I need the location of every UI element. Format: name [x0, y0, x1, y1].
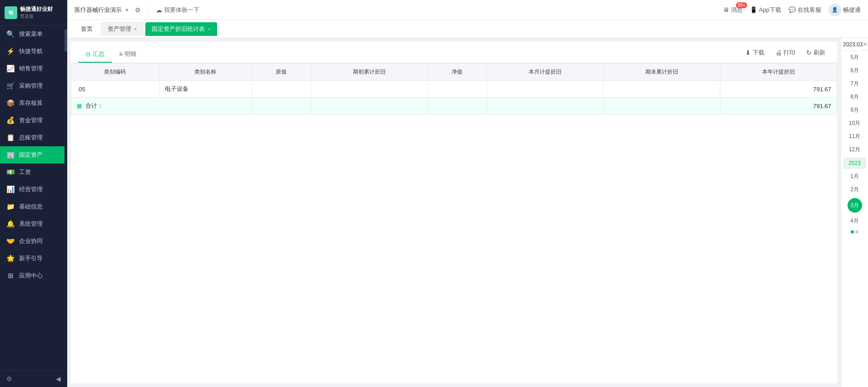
- sidebar-item-apps[interactable]: ⊞ 应用中心: [0, 267, 64, 284]
- sidebar-item-quicknav[interactable]: ⚡ 快捷导航: [0, 43, 64, 60]
- download-button[interactable]: ⬇ 下载: [741, 46, 769, 59]
- app-download-icon: 📱: [750, 6, 757, 13]
- date-item-jan[interactable]: 1月: [841, 170, 868, 183]
- settings-icon[interactable]: ⚙: [6, 375, 12, 382]
- user-button[interactable]: 👤 畅捷通: [828, 4, 861, 16]
- sidebar-item-fixed[interactable]: 🏢 固定资产: [0, 146, 64, 164]
- sidebar-item-inventory[interactable]: 📦 库存核算: [0, 94, 64, 112]
- cell-year-dep: 791.67: [720, 81, 837, 98]
- online-service-button[interactable]: 💬 在线客服: [789, 6, 821, 14]
- col-end-accum: 期末累计折旧: [603, 64, 720, 81]
- message-button[interactable]: 🖥 消息 99+: [723, 6, 743, 14]
- sidebar-logo-text: 畅捷通好业财 普及版: [20, 5, 53, 20]
- sidebar-item-sales-label: 销售管理: [19, 64, 43, 73]
- tab-home-label: 首页: [81, 25, 93, 33]
- date-item-nov[interactable]: 11月: [841, 130, 868, 143]
- date-item-feb[interactable]: 2月: [841, 183, 868, 196]
- tab-asset-mgmt-close[interactable]: ×: [134, 26, 137, 32]
- cell-total-net: [427, 98, 486, 114]
- sub-tab-detail[interactable]: ≡ 明细: [112, 46, 144, 63]
- content-area: ⊙ 汇总 ≡ 明细 ⬇ 下载 🖨 打印: [67, 38, 868, 387]
- tab-fixed-depreciation-close[interactable]: ×: [208, 26, 210, 32]
- date-item-apr[interactable]: 4月: [841, 214, 868, 228]
- date-item-oct[interactable]: 10月: [841, 117, 868, 130]
- sidebar-scrollbar-thumb[interactable]: [64, 29, 67, 52]
- sidebar-item-payroll-label: 工资: [19, 168, 31, 176]
- date-dots: [841, 228, 868, 236]
- apps-icon: ⊞: [6, 272, 15, 280]
- table-total-row: ▦ 合计： 791.67: [71, 98, 837, 114]
- tab-asset-mgmt[interactable]: 资产管理 ×: [101, 22, 144, 36]
- sidebar-logo: 畅 畅捷通好业财 普及版: [5, 5, 63, 20]
- date-year-2023[interactable]: 2023: [843, 157, 866, 169]
- total-label-text: 合计：: [85, 102, 103, 109]
- refresh-button[interactable]: ↻ 刷新: [802, 46, 830, 59]
- purchase-icon: 🛒: [6, 82, 15, 90]
- sidebar-item-ledger[interactable]: 📋 总账管理: [0, 129, 64, 146]
- col-net-value: 净值: [427, 64, 486, 81]
- message-icon: 🖥: [723, 6, 729, 13]
- sidebar-item-guide[interactable]: 🌟 新手引导: [0, 250, 64, 267]
- date-item-mar-selected[interactable]: 3月: [848, 198, 862, 213]
- cell-total-period-accum: [311, 98, 427, 114]
- date-panel-close-icon[interactable]: ✕: [863, 41, 868, 48]
- basic-icon: 📁: [6, 203, 15, 211]
- tab-fixed-depreciation-label: 固定资产折旧统计表: [152, 25, 205, 33]
- date-item-jun[interactable]: 6月: [841, 64, 868, 77]
- tab-home[interactable]: 首页: [74, 22, 99, 36]
- sidebar-item-collab-label: 企业协同: [19, 237, 43, 245]
- app-download-button[interactable]: 📱 App下载: [750, 6, 781, 14]
- date-item-may[interactable]: 5月: [841, 51, 868, 64]
- sidebar-item-operation[interactable]: 📊 经营管理: [0, 181, 64, 198]
- topbar: 医疗器械行业演示 ▼ ⚙ ☁ 我要体验一下 🖥 消息 99+ 📱 App下载 💬…: [67, 0, 868, 20]
- sidebar-item-basic[interactable]: 📁 基础信息: [0, 198, 64, 215]
- tab-fixed-depreciation[interactable]: 固定资产折旧统计表 ×: [145, 22, 217, 36]
- collapse-icon[interactable]: ◀: [56, 375, 61, 382]
- payroll-icon: 💵: [6, 168, 15, 176]
- experience-button[interactable]: ☁ 我要体验一下: [156, 6, 199, 14]
- sidebar-item-finance[interactable]: 💰 资金管理: [0, 112, 64, 129]
- sidebar-item-purchase-label: 采购管理: [19, 82, 43, 90]
- sidebar-item-inventory-label: 库存核算: [19, 99, 43, 107]
- date-panel: 2023.03 ✕ ⤢ 5月 6月 7月 8月 9月 10月 11月 12月 2…: [841, 38, 868, 387]
- date-item-jul[interactable]: 7月: [841, 77, 868, 90]
- sales-icon: 📈: [6, 64, 15, 73]
- cell-total-end-accum: [603, 98, 720, 114]
- cell-name: 电子设备: [159, 81, 252, 98]
- experience-icon: ☁: [156, 6, 162, 14]
- sidebar-item-apps-label: 应用中心: [19, 272, 43, 280]
- sidebar-item-purchase[interactable]: 🛒 采购管理: [0, 77, 64, 94]
- company-selector[interactable]: 医疗器械行业演示 ▼: [74, 6, 129, 14]
- gear-icon[interactable]: ⚙: [135, 6, 141, 14]
- cell-monthly-dep: [486, 81, 603, 98]
- print-icon: 🖨: [775, 49, 782, 56]
- sidebar-item-payroll[interactable]: 💵 工资: [0, 164, 64, 181]
- date-item-aug[interactable]: 8月: [841, 90, 868, 104]
- sidebar-logo-icon: 畅: [5, 6, 17, 19]
- sub-tab-summary[interactable]: ⊙ 汇总: [78, 46, 112, 63]
- date-item-dec[interactable]: 12月: [841, 143, 868, 156]
- content-main: ⊙ 汇总 ≡ 明细 ⬇ 下载 🖨 打印: [71, 42, 837, 383]
- col-monthly-dep: 本月计提折旧: [486, 64, 603, 81]
- sidebar-item-search[interactable]: 🔍 搜索菜单: [0, 25, 64, 43]
- date-item-sep[interactable]: 9月: [841, 104, 868, 117]
- print-label: 打印: [784, 49, 795, 57]
- col-name: 类别名称: [159, 64, 252, 81]
- sidebar-item-ledger-label: 总账管理: [19, 134, 43, 142]
- quicknav-icon: ⚡: [6, 47, 15, 55]
- sidebar-item-basic-label: 基础信息: [19, 203, 43, 211]
- print-button[interactable]: 🖨 打印: [771, 46, 800, 59]
- inventory-icon: 📦: [6, 99, 15, 107]
- message-badge: 99+: [736, 2, 747, 8]
- dot-gray: [855, 230, 858, 233]
- fixed-icon: 🏢: [6, 151, 15, 159]
- sidebar-scrollbar: [64, 25, 67, 370]
- date-list: 5月 6月 7月 8月 9月 10月 11月 12月 2023 1月 2月 3月…: [841, 51, 868, 387]
- sidebar-item-collab[interactable]: 🤝 企业协同: [0, 233, 64, 250]
- sub-tab-summary-label: 汇总: [93, 50, 104, 58]
- sidebar-item-sales[interactable]: 📈 销售管理: [0, 60, 64, 77]
- cell-end-accum: [603, 81, 720, 98]
- date-item-mar-wrapper[interactable]: 3月: [841, 196, 868, 214]
- table-row: 05 电子设备 791.67: [71, 81, 837, 98]
- sidebar-item-system[interactable]: 🔔 系统管理: [0, 215, 64, 233]
